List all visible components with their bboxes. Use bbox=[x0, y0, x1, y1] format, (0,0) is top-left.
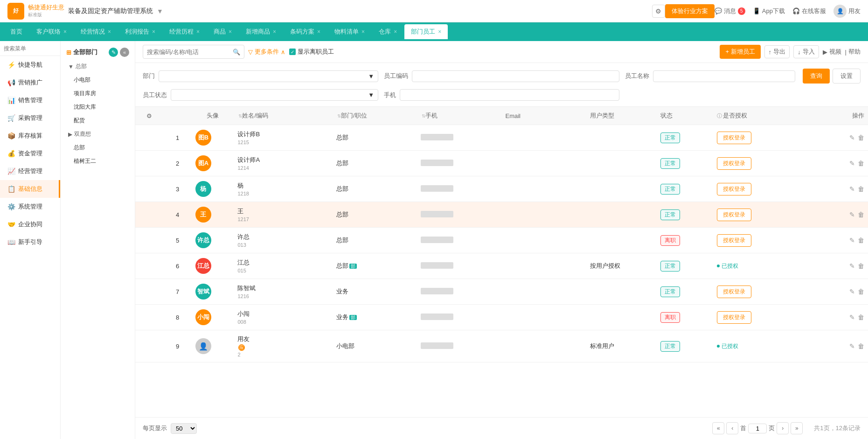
export-button[interactable]: ↑ 导出 bbox=[764, 45, 790, 58]
page-prev-btn[interactable]: ‹ bbox=[726, 422, 738, 434]
auth-login-button[interactable]: 授权登录 bbox=[717, 132, 751, 144]
edit-button[interactable]: ✎ bbox=[849, 342, 855, 350]
search-input[interactable] bbox=[147, 49, 231, 56]
filter-emp-name-input[interactable] bbox=[653, 70, 795, 82]
row-settings[interactable] bbox=[135, 228, 163, 253]
page-input[interactable] bbox=[748, 424, 767, 433]
show-resigned-toggle[interactable]: ✓ 显示离职员工 bbox=[289, 48, 334, 56]
dept-edit-btn[interactable]: ✎ bbox=[109, 48, 118, 57]
dept-tree-item-zhishu[interactable]: 植树王二 bbox=[64, 154, 131, 168]
col-dept-header[interactable]: ⇅部门/职位 bbox=[333, 107, 417, 125]
sidebar-item-basic-info[interactable]: 📋 基础信息 bbox=[0, 180, 60, 198]
row-settings[interactable] bbox=[135, 202, 163, 228]
tab-customer[interactable]: 客户联络 × bbox=[30, 24, 73, 39]
set-button[interactable]: 设置 bbox=[833, 69, 861, 84]
filter-dept-select[interactable]: ▼ bbox=[159, 70, 378, 82]
row-settings[interactable] bbox=[135, 253, 163, 279]
edit-button[interactable]: ✎ bbox=[849, 211, 855, 218]
page-first-btn[interactable]: « bbox=[712, 422, 724, 434]
user-area[interactable]: 👤 用友 bbox=[833, 5, 861, 18]
view-button[interactable]: ▶ 视频 bbox=[823, 48, 841, 56]
sidebar-item-guide[interactable]: 📖 新手引导 bbox=[0, 233, 60, 251]
delete-button[interactable]: 🗑 bbox=[858, 342, 864, 350]
tab-operation[interactable]: 经营情况 × bbox=[74, 24, 118, 39]
edit-button[interactable]: ✎ bbox=[849, 160, 855, 167]
row-settings[interactable] bbox=[135, 279, 163, 305]
dropdown-icon[interactable]: ▼ bbox=[157, 7, 163, 15]
sidebar-item-collab[interactable]: 🤝 企业协同 bbox=[0, 216, 60, 233]
auth-login-button[interactable]: 授权登录 bbox=[717, 311, 751, 324]
dept-tree-item-zongbu2[interactable]: 总部 bbox=[64, 141, 131, 154]
edit-button[interactable]: ✎ bbox=[849, 134, 855, 141]
auth-login-button[interactable]: 授权登录 bbox=[717, 209, 751, 221]
query-button[interactable]: 查询 bbox=[803, 69, 830, 84]
nav-tabs: 首页 客户联络 × 经营情况 × 利润报告 × 经营历程 × 商品 × 新增商品… bbox=[0, 22, 868, 41]
trial-button[interactable]: 体验行业方案 bbox=[665, 4, 715, 18]
auth-login-button[interactable]: 授权登录 bbox=[717, 234, 751, 247]
delete-button[interactable]: 🗑 bbox=[858, 185, 864, 193]
auth-login-button[interactable]: 授权登录 bbox=[717, 183, 751, 195]
filter-emp-code-input[interactable] bbox=[412, 70, 619, 82]
dept-tree-item-kuangfang[interactable]: 项目库房 bbox=[64, 87, 131, 100]
tab-profit[interactable]: 利润报告 × bbox=[118, 24, 162, 39]
auth-login-button[interactable]: 授权登录 bbox=[717, 157, 751, 170]
tab-bom[interactable]: 物料清单 × bbox=[328, 24, 371, 39]
filter-phone-input[interactable] bbox=[400, 89, 619, 101]
page-size-select[interactable]: 50 100 200 bbox=[171, 423, 197, 434]
app-download-button[interactable]: 📱 App下载 bbox=[753, 7, 785, 15]
delete-button[interactable]: 🗑 bbox=[858, 134, 864, 141]
online-service-button[interactable]: 🎧 在线客服 bbox=[792, 7, 826, 15]
dept-tree-item-shuanglu[interactable]: ▶ 双鹿想 bbox=[64, 127, 131, 141]
row-settings[interactable] bbox=[135, 305, 163, 330]
sidebar-item-marketing[interactable]: 📢 营销推广 bbox=[0, 74, 60, 91]
dept-collapse-btn[interactable]: « bbox=[120, 48, 129, 57]
delete-button[interactable]: 🗑 bbox=[858, 288, 864, 295]
sidebar-search-input[interactable] bbox=[4, 45, 61, 52]
dept-tree-item-shenyang[interactable]: 沈阳大库 bbox=[64, 100, 131, 114]
sidebar-item-inventory[interactable]: 📦 库存核算 bbox=[0, 127, 60, 145]
delete-button[interactable]: 🗑 bbox=[858, 262, 864, 270]
row-settings[interactable] bbox=[135, 151, 163, 176]
edit-button[interactable]: ✎ bbox=[849, 314, 855, 321]
all-dept-title[interactable]: ⊞ 全部部门 bbox=[66, 48, 97, 56]
sidebar-item-system[interactable]: ⚙️ 系统管理 bbox=[0, 198, 60, 216]
add-employee-button[interactable]: + 新增员工 bbox=[720, 45, 760, 59]
row-settings[interactable] bbox=[135, 176, 163, 202]
sidebar-item-finance[interactable]: 💰 资金管理 bbox=[0, 145, 60, 162]
edit-button[interactable]: ✎ bbox=[849, 262, 855, 270]
col-phone-header[interactable]: ⇅手机 bbox=[417, 107, 501, 125]
delete-button[interactable]: 🗑 bbox=[858, 211, 864, 218]
sidebar-item-quick-nav[interactable]: ⚡ 快捷导航 bbox=[0, 56, 60, 74]
sidebar-item-sales[interactable]: 📊 销售管理 bbox=[0, 91, 60, 109]
filter-emp-status-select[interactable]: ▼ bbox=[171, 89, 378, 101]
edit-button[interactable]: ✎ bbox=[849, 185, 855, 193]
tab-goods[interactable]: 商品 × bbox=[207, 24, 238, 39]
tab-new-goods[interactable]: 新增商品 × bbox=[239, 24, 283, 39]
page-last-btn[interactable]: » bbox=[791, 422, 803, 434]
edit-button[interactable]: ✎ bbox=[849, 288, 855, 295]
help-button[interactable]: | 帮助 bbox=[845, 48, 861, 56]
auth-login-button[interactable]: 授权登录 bbox=[717, 286, 751, 298]
settings-button[interactable]: ⚙ bbox=[652, 5, 665, 18]
edit-button[interactable]: ✎ bbox=[849, 237, 855, 244]
sidebar-item-management[interactable]: 📈 经营管理 bbox=[0, 162, 60, 180]
more-filters-btn[interactable]: ▽ 更多条件 ∧ bbox=[248, 48, 285, 56]
delete-button[interactable]: 🗑 bbox=[858, 237, 864, 244]
delete-button[interactable]: 🗑 bbox=[858, 160, 864, 167]
row-settings[interactable] bbox=[135, 330, 163, 362]
tab-warehouse[interactable]: 仓库 × bbox=[372, 24, 403, 39]
dept-tree-item-xiaodian[interactable]: 小电部 bbox=[64, 73, 131, 87]
tab-barcode[interactable]: 条码方案 × bbox=[284, 24, 327, 39]
dept-tree-item-parent-zongbu[interactable]: ▼ 总部 bbox=[64, 60, 131, 73]
messages-button[interactable]: 💬 消息 5 bbox=[715, 7, 745, 15]
sidebar-item-purchase[interactable]: 🛒 采购管理 bbox=[0, 109, 60, 127]
import-button[interactable]: ↓ 导入 bbox=[793, 45, 819, 58]
tab-home[interactable]: 首页 bbox=[4, 24, 29, 39]
delete-button[interactable]: 🗑 bbox=[858, 314, 864, 321]
tab-department[interactable]: 部门员工 × bbox=[404, 24, 448, 39]
row-settings[interactable] bbox=[135, 125, 163, 151]
col-name-header[interactable]: ⇅姓名/编码 bbox=[234, 107, 332, 125]
page-next-btn[interactable]: › bbox=[777, 422, 789, 434]
dept-tree-item-peihuo[interactable]: 配货 bbox=[64, 114, 131, 127]
tab-history[interactable]: 经营历程 × bbox=[163, 24, 206, 39]
